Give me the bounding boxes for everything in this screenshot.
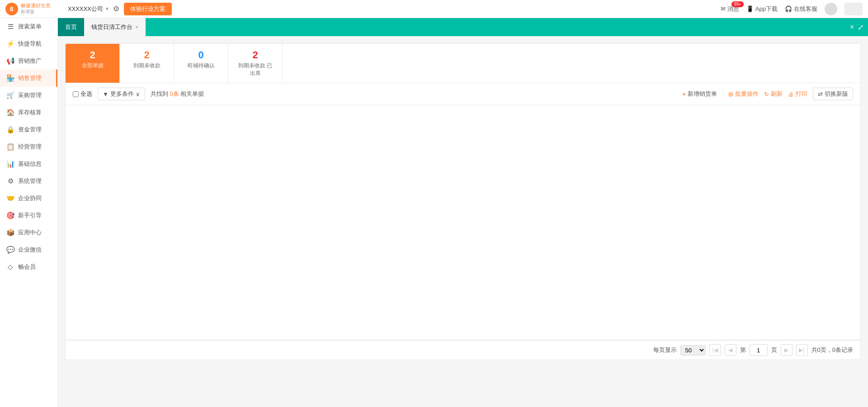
sidebar-label-6: 资金管理 bbox=[18, 126, 42, 134]
sidebar-icon-12: 📦 bbox=[6, 229, 14, 237]
select-all-label: 全选 bbox=[80, 90, 92, 98]
prev-page-button[interactable]: ◀ bbox=[725, 344, 736, 356]
toolbar-right: + 新增销货单 ⊞ 批量操作 ↻ 刷新 🖨 打印 ⇄ 切换新版 bbox=[682, 88, 853, 100]
app-download-label: App下载 bbox=[755, 5, 778, 13]
sidebar-icon-5: 🏠 bbox=[6, 108, 14, 117]
stat-num-2: 0 bbox=[181, 49, 221, 61]
sidebar-item-0[interactable]: ☰搜索菜单 bbox=[0, 18, 57, 35]
new-btn-label: 新增销货单 bbox=[688, 90, 717, 98]
sidebar-label-0: 搜索菜单 bbox=[18, 23, 42, 31]
tab-bar-right: × ⤢ bbox=[850, 23, 868, 32]
stat-tab-3[interactable]: 2到期未收款 已出库 bbox=[228, 44, 283, 83]
plus-icon: + bbox=[682, 91, 686, 98]
sidebar-item-6[interactable]: 🔒资金管理 bbox=[0, 121, 57, 138]
refresh-button[interactable]: ↻ 刷新 bbox=[764, 90, 783, 98]
stat-label-0: 全部单据 bbox=[73, 62, 112, 70]
close-window-icon[interactable]: × bbox=[850, 23, 854, 31]
print-button[interactable]: 🖨 打印 bbox=[788, 90, 807, 98]
company-selector[interactable]: XXXXXX公司 ▼ bbox=[68, 5, 109, 13]
last-page-button[interactable]: ▶| bbox=[796, 344, 808, 356]
page-input[interactable] bbox=[750, 344, 768, 356]
stat-tab-2[interactable]: 0旺铺待确认 bbox=[174, 44, 228, 83]
tab-qianhuoriqing[interactable]: 钱货日清工作台 × bbox=[84, 18, 146, 36]
company-name: XXXXXX公司 bbox=[68, 5, 103, 13]
sidebar-label-11: 新手引导 bbox=[18, 211, 42, 220]
sidebar-item-13[interactable]: 💬企业微信 bbox=[0, 241, 57, 258]
batch-button[interactable]: ⊞ 批量操作 bbox=[728, 90, 759, 98]
settings-icon[interactable]: ⚙ bbox=[113, 5, 119, 13]
expand-window-icon[interactable]: ⤢ bbox=[858, 23, 863, 32]
page-label: 第 bbox=[740, 346, 746, 354]
toolbar: 全选 ▼ 更多条件 ∨ 共找到 0条 相关单据 + 新增销货单 ⊞ 批量操作 ↻ bbox=[65, 83, 861, 105]
sidebar-item-12[interactable]: 📦应用中心 bbox=[0, 224, 57, 241]
stats-tabs: 2全部单据2到期未收款0旺铺待确认2到期未收款 已出库 bbox=[65, 43, 861, 83]
sidebar-label-2: 营销推广 bbox=[18, 57, 42, 65]
sidebar-item-9[interactable]: ⚙系统管理 bbox=[0, 173, 57, 190]
sidebar-item-5[interactable]: 🏠库存核算 bbox=[0, 104, 57, 121]
sidebar-item-8[interactable]: 📊基础信息 bbox=[0, 155, 57, 173]
refresh-icon: ↻ bbox=[764, 91, 769, 98]
logo-sub: 标准版 bbox=[21, 9, 51, 15]
sidebar-item-4[interactable]: 🛒采购管理 bbox=[0, 87, 57, 104]
stat-tab-0[interactable]: 2全部单据 bbox=[66, 44, 120, 83]
tab-home[interactable]: 首页 bbox=[58, 18, 84, 36]
online-service-item[interactable]: 🎧 在线客服 bbox=[785, 5, 817, 13]
sidebar-label-10: 企业协同 bbox=[18, 194, 42, 202]
online-service-label: 在线客服 bbox=[794, 5, 817, 13]
trial-button[interactable]: 体验行业方案 bbox=[124, 3, 172, 15]
sidebar-icon-8: 📊 bbox=[6, 160, 14, 168]
company-chevron: ▼ bbox=[105, 6, 109, 11]
sidebar-icon-11: 🎯 bbox=[6, 211, 14, 220]
stat-num-3: 2 bbox=[236, 49, 275, 61]
sidebar-icon-13: 💬 bbox=[6, 246, 14, 254]
select-all-input[interactable] bbox=[73, 91, 79, 97]
filter-button[interactable]: ▼ 更多条件 ∨ bbox=[98, 88, 145, 100]
avatar[interactable] bbox=[825, 3, 837, 15]
sidebar-item-2[interactable]: 📢营销推广 bbox=[0, 52, 57, 70]
filter-label: 更多条件 bbox=[110, 90, 134, 98]
print-icon: 🖨 bbox=[788, 91, 794, 98]
switch-version-button[interactable]: ⇄ 切换新版 bbox=[813, 88, 853, 100]
sidebar-label-1: 快捷导航 bbox=[18, 40, 42, 48]
sidebar-icon-10: 🤝 bbox=[6, 194, 14, 202]
sidebar-item-10[interactable]: 🤝企业协同 bbox=[0, 190, 57, 207]
tab-close-icon[interactable]: × bbox=[135, 24, 138, 30]
print-label: 打印 bbox=[796, 90, 807, 98]
sidebar-item-11[interactable]: 🎯新手引导 bbox=[0, 207, 57, 224]
stat-tab-1[interactable]: 2到期未收款 bbox=[120, 44, 174, 83]
sidebar-icon-9: ⚙ bbox=[6, 177, 14, 185]
sidebar-item-1[interactable]: ⚡快捷导航 bbox=[0, 35, 57, 52]
logo-icon: 6 bbox=[5, 3, 18, 15]
sidebar-icon-7: 📋 bbox=[6, 143, 14, 151]
next-page-button[interactable]: ▶ bbox=[781, 344, 793, 356]
stat-label-3: 到期未收款 已出库 bbox=[236, 62, 275, 77]
sidebar-item-14[interactable]: ◇畅会员 bbox=[0, 258, 57, 276]
new-sale-button[interactable]: + 新增销货单 bbox=[682, 90, 717, 98]
app-download-item[interactable]: 📱 App下载 bbox=[746, 5, 778, 13]
sidebar: ☰搜索菜单⚡快捷导航📢营销推广🏪销售管理🛒采购管理🏠库存核算🔒资金管理📋经营管理… bbox=[0, 18, 58, 407]
sidebar-label-12: 应用中心 bbox=[18, 229, 42, 237]
header-right: ✉ 消息 99+ 📱 App下载 🎧 在线客服 bbox=[721, 3, 863, 15]
sidebar-label-14: 畅会员 bbox=[18, 263, 36, 271]
select-all-checkbox[interactable]: 全选 bbox=[73, 90, 92, 98]
sidebar-label-3: 销售管理 bbox=[18, 74, 42, 82]
table-area bbox=[65, 105, 861, 340]
sidebar-label-8: 基础信息 bbox=[18, 160, 42, 168]
sidebar-label-13: 企业微信 bbox=[18, 246, 42, 254]
stat-label-1: 到期未收款 bbox=[127, 62, 166, 70]
filter-icon: ▼ bbox=[103, 91, 108, 98]
batch-label: 批量操作 bbox=[735, 90, 759, 98]
per-page-select[interactable]: 50 10 20 100 bbox=[680, 345, 706, 356]
messages-item[interactable]: ✉ 消息 99+ bbox=[721, 5, 739, 13]
first-page-button[interactable]: |◀ bbox=[709, 344, 721, 356]
headset-icon: 🎧 bbox=[785, 5, 792, 12]
sidebar-icon-14: ◇ bbox=[6, 263, 14, 271]
sidebar-item-7[interactable]: 📋经营管理 bbox=[0, 138, 57, 155]
stat-num-1: 2 bbox=[127, 49, 166, 61]
user-name[interactable] bbox=[844, 3, 863, 15]
tab-qianhuoriqing-label: 钱货日清工作台 bbox=[91, 23, 132, 31]
message-icon: ✉ bbox=[721, 5, 726, 12]
sidebar-item-3[interactable]: 🏪销售管理 bbox=[0, 70, 57, 87]
sidebar-label-7: 经营管理 bbox=[18, 143, 42, 151]
page-summary: 共0页，0条记录 bbox=[811, 346, 853, 354]
